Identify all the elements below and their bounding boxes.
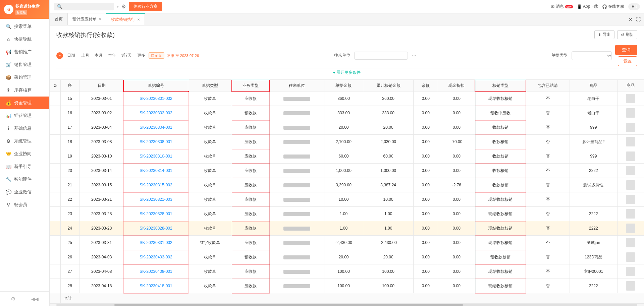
sidebar-item-inventory[interactable]: 🗄 库存核算 [0, 84, 49, 97]
cell-balance: 0.00 [414, 106, 438, 120]
cell-seq: 18 [61, 135, 79, 149]
tab-receipt-close[interactable]: ✕ [137, 18, 140, 21]
date-btn-7days[interactable]: 近7天 [119, 52, 134, 59]
cell-writeoff-type: 收款核销 [475, 178, 526, 192]
sidebar-item-wechat[interactable]: 💬 企业微信 [0, 186, 49, 198]
expand-more-conditions[interactable]: ▾ 展开更多条件 [56, 68, 637, 77]
horizontal-scrollbar[interactable] [50, 303, 644, 306]
cell-doc-no: SK-20230403-002 [124, 250, 188, 264]
sidebar-item-basic[interactable]: ℹ 基础信息 [0, 122, 49, 135]
cell-cash-discount: 0.00 [438, 207, 476, 221]
main-content: 🔍 ▾ ⚙ 体验行业方案 ✉ 消息 99+ 📱 App下载 🎧 在线客服 Rit [50, 0, 644, 306]
filter-toggle-button[interactable]: » [56, 52, 63, 59]
online-service-link[interactable]: 🎧 在线客服 [602, 4, 624, 9]
sidebar-item-finance[interactable]: 💰 资金管理 [0, 97, 49, 109]
sidebar-item-system[interactable]: ⚙ 系统管理 [0, 135, 49, 147]
sidebar-item-sales[interactable]: 🛒 销售管理 [0, 58, 49, 71]
sidebar-item-collab[interactable]: 🤝 企业协同 [0, 147, 49, 160]
doc-no-link[interactable]: SK-20230314-001 [140, 168, 172, 173]
cell-product: 老白干 [570, 91, 617, 106]
date-btn-more[interactable]: 更多 [135, 52, 147, 59]
app-download-link[interactable]: 📱 App下载 [577, 4, 598, 9]
cell-writeoff-type: 收款核销 [475, 120, 526, 135]
cell-include-settled: 否 [526, 236, 570, 250]
sidebar-item-guide[interactable]: 📖 新手引导 [0, 160, 49, 173]
tab-close-all-button[interactable]: ✕ [628, 16, 633, 23]
sidebar-nav: 🔍 搜索菜单 ⌂ 快捷导航 📢 营销推广 🛒 销售管理 📦 采购管理 🗄 库存核… [0, 19, 49, 291]
date-btn-this-month[interactable]: 本月 [93, 52, 105, 59]
partner-filter-input[interactable] [354, 52, 408, 60]
scrollbar-thumb[interactable] [114, 304, 463, 306]
doc-no-link[interactable]: SK-20230310-001 [140, 154, 172, 159]
filter-settings-button[interactable]: 设置 [618, 56, 637, 66]
solution-button[interactable]: 体验行业方案 [129, 2, 162, 11]
cell-partner [269, 164, 324, 178]
date-btn-last-month[interactable]: 上月 [79, 52, 91, 59]
doc-no-link[interactable]: SK-20230315-002 [140, 183, 172, 187]
doc-no-link[interactable]: SK-20230403-002 [140, 255, 172, 259]
refresh-button[interactable]: ↺ 刷新 [617, 30, 637, 39]
cell-balance: 0.00 [414, 178, 438, 192]
sidebar-item-hardware[interactable]: 🔧 智能硬件 [0, 173, 49, 186]
chevron-down-icon: ▾ [333, 70, 335, 75]
topbar-search-input[interactable] [64, 4, 111, 9]
sidebar-item-search[interactable]: 🔍 搜索菜单 [0, 20, 49, 33]
cell-doc-type: 收款单 [188, 264, 232, 279]
doc-no-link[interactable]: SK-20230308-001 [140, 139, 172, 144]
cell-balance: 0.00 [414, 149, 438, 164]
col-header-product: 商品 [570, 80, 617, 91]
cell-partner [269, 106, 324, 120]
collapse-sidebar-icon[interactable]: ◀◀ [31, 296, 39, 302]
cell-settings [50, 178, 61, 192]
cell-doc-type: 收款单 [188, 91, 232, 106]
doc-no-link[interactable]: SK-20230331-002 [140, 240, 172, 245]
doc-no-link[interactable]: SK-20230328-002 [140, 226, 172, 231]
doc-no-link[interactable]: SK-20230408-001 [140, 269, 172, 274]
user-name[interactable]: Rit [628, 3, 640, 10]
query-button[interactable]: 查询 [615, 45, 637, 55]
date-btn-this-year[interactable]: 本年 [106, 52, 118, 59]
doc-no-link[interactable]: SK-20230321-003 [140, 197, 172, 202]
doc-no-link[interactable]: SK-20230328-001 [140, 211, 172, 216]
col-header-settings[interactable]: ⚙ [50, 80, 61, 91]
sidebar-item-shortcut[interactable]: ⌂ 快捷导航 [0, 33, 49, 46]
tab-prepay-close[interactable]: ✕ [99, 17, 101, 21]
doc-no-link[interactable]: SK-20230418-001 [140, 284, 172, 288]
cell-product2 [617, 120, 644, 135]
tab-prepay[interactable]: 预计应应付单 ✕ [68, 13, 106, 25]
export-button[interactable]: ⬆ 导出 [594, 30, 614, 39]
doc-no-link[interactable]: SK-20230302-002 [140, 111, 172, 115]
topbar: 🔍 ▾ ⚙ 体验行业方案 ✉ 消息 99+ 📱 App下载 🎧 在线客服 Rit [50, 0, 644, 13]
cell-cash-discount: 0.00 [438, 106, 476, 120]
tab-home[interactable]: 首页 [50, 13, 68, 25]
sidebar-item-label: 营销推广 [14, 49, 32, 55]
tab-maximize-button[interactable]: ⛶ [635, 16, 641, 23]
tab-receipt-label: 收款核销执行 [111, 17, 135, 22]
cell-include-settled: 否 [526, 264, 570, 279]
cell-partner [269, 120, 324, 135]
table-settings-icon[interactable]: ⚙ [53, 83, 57, 88]
sidebar-item-operation[interactable]: 📊 经营管理 [0, 109, 49, 122]
cell-seq: 25 [61, 236, 79, 250]
cell-doc-no: SK-20230302-002 [124, 106, 188, 120]
cell-biz-type: 应收款 [232, 264, 270, 279]
cell-partner [269, 279, 324, 293]
table-row: 28 2023-04-18 SK-20230418-001 收款单 应收款 10… [50, 279, 644, 293]
date-custom-button[interactable]: 自定义 [149, 52, 164, 59]
topbar-gear-icon[interactable]: ⚙ [121, 3, 126, 10]
settings-bottom-icon[interactable]: ⚙ [11, 296, 15, 302]
doc-type-filter-label: 单据类型 [551, 53, 568, 58]
sidebar-item-marketing[interactable]: 📢 营销推广 [0, 46, 49, 58]
message-badge[interactable]: ✉ 消息 99+ [551, 4, 573, 9]
cell-cumulative: 3,387.24 [363, 178, 413, 192]
doc-type-filter-select[interactable] [572, 51, 612, 60]
cell-product2 [617, 178, 644, 192]
cell-doc-amount: 20.00 [324, 250, 363, 264]
tab-receipt-writeoff[interactable]: 收款核销执行 ✕ [106, 13, 145, 25]
sidebar-item-purchase[interactable]: 📦 采购管理 [0, 71, 49, 84]
doc-no-link[interactable]: SK-20230301-002 [140, 96, 172, 101]
topbar-right: ✉ 消息 99+ 📱 App下载 🎧 在线客服 Rit [551, 3, 640, 10]
doc-no-link[interactable]: SK-20230304-001 [140, 125, 172, 130]
sidebar-item-member[interactable]: V 畅会员 [0, 198, 49, 211]
filter-dots-icon[interactable]: ··· [412, 53, 416, 59]
